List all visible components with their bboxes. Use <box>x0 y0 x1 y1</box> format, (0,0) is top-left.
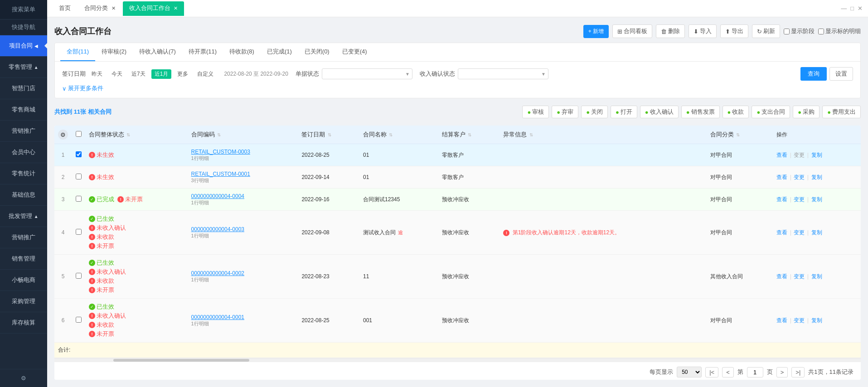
show-details-checkbox-label[interactable]: 显示标的明细 <box>818 27 861 35</box>
sidebar-item-retail-mgmt[interactable]: 零售管理 ▲ <box>0 57 47 78</box>
action-review-btn[interactable]: ● 审核 <box>522 106 549 118</box>
show-stages-checkbox-label[interactable]: 显示阶段 <box>784 27 815 35</box>
show-details-checkbox[interactable] <box>818 29 824 34</box>
view-btn-1[interactable]: 查看 <box>776 152 787 158</box>
sort-overall-status-icon[interactable]: ⇅ <box>126 132 130 137</box>
copy-btn-5[interactable]: 复制 <box>811 273 822 280</box>
sidebar-item-purchase-mgmt[interactable]: 采购管理 <box>0 291 47 312</box>
kanban-btn[interactable]: ⊞ 合同看板 <box>612 24 652 38</box>
sidebar-item-basic-info[interactable]: 基础信息 <box>0 184 47 206</box>
page-size-select[interactable]: 50 10 20 100 <box>677 367 702 377</box>
date-btn-more[interactable]: 更多 <box>174 69 191 79</box>
sort-contract-category-icon[interactable]: ⇅ <box>736 132 740 137</box>
view-btn-2[interactable]: 查看 <box>776 174 787 180</box>
import-btn[interactable]: ⬇ 导入 <box>689 24 717 38</box>
row-checkbox-6[interactable] <box>72 299 85 343</box>
income-confirm-select[interactable] <box>458 68 548 79</box>
copy-btn-1[interactable]: 复制 <box>811 152 822 158</box>
close-btn[interactable]: ✕ <box>858 5 863 12</box>
view-btn-3[interactable]: 查看 <box>776 196 787 203</box>
contract-code-link-3[interactable]: 0000000000004-0004 <box>191 193 244 199</box>
copy-btn-2[interactable]: 复制 <box>811 174 822 180</box>
contract-code-link-2[interactable]: RETAIL_CUSTOM-0001 <box>191 171 250 177</box>
sidebar-item-retail-mall[interactable]: 零售商城 <box>0 99 47 121</box>
change-btn-2[interactable]: 变更 <box>794 174 805 180</box>
copy-btn-3[interactable]: 复制 <box>811 196 822 203</box>
expand-btn[interactable]: ∨ 展开更多条件 <box>62 84 103 92</box>
show-stages-checkbox[interactable] <box>784 29 790 34</box>
set-btn[interactable]: 设置 <box>829 67 853 81</box>
action-cost-out-btn[interactable]: ● 费用支出 <box>822 106 861 118</box>
scrollbar-thumb[interactable] <box>113 359 249 362</box>
page-first-btn[interactable]: |< <box>705 367 718 377</box>
filter-tab-pending-review[interactable]: 待审核(2) <box>95 43 133 61</box>
sidebar-item-sales-mgmt[interactable]: 销售管理 <box>0 248 47 270</box>
refresh-btn[interactable]: ↻ 刷新 <box>752 24 780 38</box>
copy-btn-4[interactable]: 复制 <box>811 229 822 236</box>
filter-tab-changed[interactable]: 已变更(4) <box>336 43 373 61</box>
contract-code-link-1[interactable]: RETAIL_CUSTOM-0003 <box>191 149 250 155</box>
sidebar-search[interactable]: 搜索菜单 <box>0 0 47 19</box>
action-close-btn[interactable]: ● 关闭 <box>581 106 608 118</box>
action-abandon-btn[interactable]: ● 弃审 <box>552 106 578 118</box>
action-collection-btn[interactable]: ● 收款 <box>723 106 749 118</box>
sidebar-item-retail-stats[interactable]: 零售统计 <box>0 163 47 184</box>
sort-contract-code-icon[interactable]: ⇅ <box>217 132 221 137</box>
sidebar-item-project-contract[interactable]: 项目合同 ◀ <box>0 35 47 57</box>
date-btn-custom[interactable]: 自定义 <box>194 69 217 79</box>
sidebar-item-wholesale-mgmt[interactable]: 批发管理 ▲ <box>0 206 47 227</box>
sidebar-item-xiaochu-ecom[interactable]: 小畅电商 <box>0 270 47 291</box>
export-btn[interactable]: ⬆ 导出 <box>720 24 748 38</box>
row-checkbox-2[interactable] <box>72 166 85 189</box>
page-input[interactable] <box>747 367 763 377</box>
sort-sign-date-icon[interactable]: ⇅ <box>328 132 331 137</box>
contract-code-link-5[interactable]: 0000000000004-0002 <box>191 270 244 276</box>
page-next-btn[interactable]: > <box>776 367 788 377</box>
sidebar-item-member-center[interactable]: 会员中心 <box>0 142 47 163</box>
delete-btn[interactable]: 🗑 删除 <box>656 24 685 38</box>
sidebar-item-marketing[interactable]: 营销推广 <box>0 121 47 142</box>
filter-tab-pending-collection[interactable]: 待收款(8) <box>223 43 261 61</box>
table-settings-icon[interactable]: ⚙ <box>58 130 68 140</box>
add-btn[interactable]: + 新增 <box>583 25 609 38</box>
row-checkbox-5[interactable] <box>72 255 85 299</box>
copy-btn-6[interactable]: 复制 <box>811 317 822 324</box>
action-sales-invoice-btn[interactable]: ● 销售发票 <box>681 106 720 118</box>
date-btn-today[interactable]: 今天 <box>108 69 126 79</box>
query-btn[interactable]: 查询 <box>800 67 827 81</box>
row-checkbox-4[interactable] <box>72 211 85 255</box>
page-prev-btn[interactable]: < <box>722 367 734 377</box>
change-btn-5[interactable]: 变更 <box>794 273 805 280</box>
action-open-btn[interactable]: ● 打开 <box>611 106 637 118</box>
filter-tab-pending-invoice[interactable]: 待开票(11) <box>182 43 223 61</box>
tab-home[interactable]: 首页 <box>53 0 77 17</box>
sort-contract-name-icon[interactable]: ⇅ <box>389 132 393 137</box>
change-btn-3[interactable]: 变更 <box>794 196 805 203</box>
date-btn-7days[interactable]: 近7天 <box>128 69 149 79</box>
sidebar-item-marketing2[interactable]: 营销推广 <box>0 227 47 248</box>
filter-tab-all[interactable]: 全部(11) <box>60 43 95 61</box>
filter-tab-closed[interactable]: 已关闭(0) <box>298 43 336 61</box>
row-checkbox-3[interactable] <box>72 189 85 211</box>
sidebar-item-smart-store[interactable]: 智慧门店 <box>0 78 47 99</box>
maximize-btn[interactable]: □ <box>850 5 854 12</box>
sidebar-settings[interactable]: ⚙ <box>0 369 47 387</box>
doc-status-select[interactable] <box>322 68 412 79</box>
action-income-confirm-btn[interactable]: ● 收入确认 <box>640 106 679 118</box>
change-btn-4[interactable]: 变更 <box>794 229 805 236</box>
contract-code-link-6[interactable]: 0000000000004-0001 <box>191 314 244 320</box>
view-btn-5[interactable]: 查看 <box>776 273 787 280</box>
filter-tab-pending-income-confirm[interactable]: 待收入确认(7) <box>133 43 182 61</box>
tab-close-income-workbench[interactable]: ✕ <box>174 5 178 11</box>
sort-settlement-customer-icon[interactable]: ⇅ <box>468 132 471 137</box>
date-btn-1month[interactable]: 近1月 <box>151 69 172 79</box>
contract-code-link-4[interactable]: 0000000000004-0003 <box>191 226 244 232</box>
sort-abnormal-info-icon[interactable]: ⇅ <box>529 132 533 137</box>
minimize-btn[interactable]: — <box>841 5 847 12</box>
sidebar-quick-nav[interactable]: 快捷导航 <box>0 19 47 35</box>
tab-contract-category[interactable]: 合同分类 ✕ <box>78 0 122 17</box>
tab-income-workbench[interactable]: 收入合同工作台 ✕ <box>123 1 184 16</box>
action-expense-out-btn[interactable]: ● 支出合同 <box>752 106 790 118</box>
view-btn-4[interactable]: 查看 <box>776 229 787 236</box>
sidebar-item-inventory[interactable]: 库存核算 <box>0 312 47 334</box>
